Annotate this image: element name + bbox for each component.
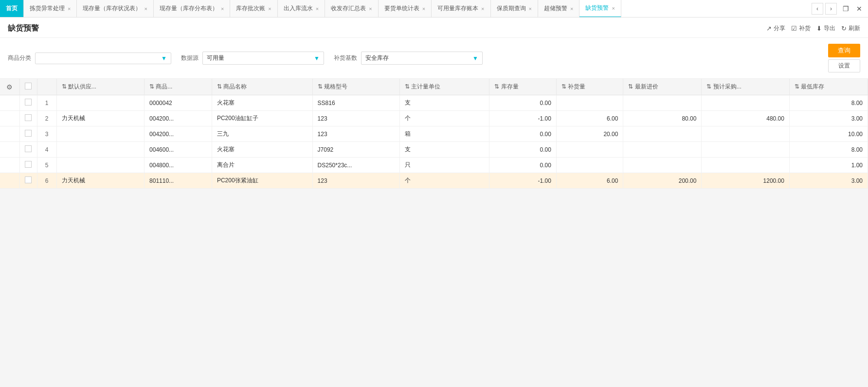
row-checkbox[interactable] xyxy=(25,114,32,121)
col-unit-header[interactable]: ⇅ 主计量单位 xyxy=(399,79,489,95)
col-est-purchase-header[interactable]: ⇅ 预计采购... xyxy=(702,79,790,95)
datasource-select-value: 可用量 xyxy=(207,54,224,62)
tab-close-inventory-status[interactable]: × xyxy=(144,6,147,12)
tab-overstock-warning[interactable]: 超储预警× xyxy=(538,0,579,18)
tab-expiry-query[interactable]: 保质期查询× xyxy=(491,0,538,18)
window-restore-btn[interactable]: ❐ xyxy=(840,3,851,15)
tab-close-available-ledger[interactable]: × xyxy=(481,6,484,12)
row-spec: 123 xyxy=(312,111,399,126)
tab-close-inventory-dist[interactable]: × xyxy=(221,6,224,12)
col-price-header[interactable]: ⇅ 最新进价 xyxy=(623,79,702,95)
row-min-stock: 3.00 xyxy=(789,111,868,126)
tab-close-batch-account[interactable]: × xyxy=(268,6,271,12)
col-settings[interactable]: ⚙ xyxy=(0,79,19,95)
tab-batch-account[interactable]: 库存批次账× xyxy=(230,0,277,18)
row-product-code: 004200... xyxy=(145,111,212,126)
col-code-header[interactable]: ⇅ 商品... xyxy=(145,79,212,95)
tab-abnormal[interactable]: 拣货异常处理× xyxy=(24,0,77,18)
replenish-label: 补货 xyxy=(799,24,811,33)
table-row: 2力天机械004200...PC200油缸缸子123个-1.006.0080.0… xyxy=(0,111,868,126)
tab-label-inventory-status: 现存量（库存状况表） xyxy=(83,4,141,13)
tab-available-ledger[interactable]: 可用量库存账本× xyxy=(432,0,490,18)
tab-scroll-right[interactable]: › xyxy=(825,3,837,15)
tab-label-collect-summary: 收发存汇总表 xyxy=(331,4,366,13)
tab-bar: 首页拣货异常处理×现存量（库存状况表）×现存量（库存分布表）×库存批次账×出入库… xyxy=(0,0,868,18)
col-checkbox-header[interactable] xyxy=(19,79,37,95)
category-label: 商品分类 xyxy=(8,54,31,62)
row-index: 3 xyxy=(37,126,56,142)
tab-inventory-status[interactable]: 现存量（库存状况表）× xyxy=(77,0,153,18)
tab-label-inout-flow: 出入库流水 xyxy=(284,4,313,13)
col-stock-header[interactable]: ⇅ 库存量 xyxy=(489,79,557,95)
col-supplier-header[interactable]: ⇅ 默认供应... xyxy=(56,79,145,95)
tab-home[interactable]: 首页 xyxy=(0,0,24,18)
row-product-code: 004600... xyxy=(145,142,212,158)
row-replenish-qty xyxy=(556,95,623,111)
tab-close-expiry-query[interactable]: × xyxy=(529,6,532,12)
export-label: 导出 xyxy=(824,24,835,33)
page-title: 缺货预警 xyxy=(8,23,39,34)
row-latest-price xyxy=(623,95,702,111)
tab-inventory-dist[interactable]: 现存量（库存分布表）× xyxy=(154,0,230,18)
col-price-label: ⇅ 最新进价 xyxy=(628,83,658,90)
window-close-btn[interactable]: ✕ xyxy=(853,3,865,15)
table-header-row: ⚙ ⇅ 默认供应... ⇅ 商品... ⇅ 商品名称 xyxy=(0,79,868,95)
share-label: 分享 xyxy=(774,24,785,33)
row-checkbox[interactable] xyxy=(25,145,32,152)
replenish-base-select[interactable]: 安全库存 ▼ xyxy=(361,52,483,65)
row-stock-qty: 0.00 xyxy=(489,126,557,142)
col-name-header[interactable]: ⇅ 商品名称 xyxy=(212,79,312,95)
replenish-button[interactable]: ☑ 补货 xyxy=(791,24,811,33)
row-checkbox[interactable] xyxy=(25,161,32,168)
tab-label-demand-stat: 要货单统计表 xyxy=(384,4,419,13)
settings-button[interactable]: 设置 xyxy=(828,59,860,72)
tab-nav-buttons: ‹ › ❐ ✕ xyxy=(809,3,868,15)
row-unit: 箱 xyxy=(399,126,489,142)
datasource-arrow-icon: ▼ xyxy=(314,55,320,62)
replenish-icon: ☑ xyxy=(791,25,797,32)
tab-scroll-left[interactable]: ‹ xyxy=(812,3,823,15)
row-settings-cell xyxy=(0,142,19,158)
col-spec-header[interactable]: ⇅ 规格型号 xyxy=(312,79,399,95)
export-button[interactable]: ⬇ 导出 xyxy=(816,24,835,33)
row-spec: 123 xyxy=(312,173,399,189)
tab-close-demand-stat[interactable]: × xyxy=(422,6,425,12)
row-product-code: 801110... xyxy=(145,173,212,189)
tab-close-inout-flow[interactable]: × xyxy=(316,6,319,12)
row-checkbox[interactable] xyxy=(25,176,32,183)
header-actions: ↗ 分享 ☑ 补货 ⬇ 导出 ↻ 刷新 xyxy=(766,24,860,33)
tab-close-overstock-warning[interactable]: × xyxy=(570,6,573,12)
query-button[interactable]: 查询 xyxy=(828,44,860,57)
row-index: 4 xyxy=(37,142,56,158)
row-unit: 支 xyxy=(399,95,489,111)
tab-demand-stat[interactable]: 要货单统计表× xyxy=(379,0,432,18)
datasource-select[interactable]: 可用量 ▼ xyxy=(202,52,324,65)
tab-close-abnormal[interactable]: × xyxy=(68,6,71,12)
tab-label-batch-account: 库存批次账 xyxy=(236,4,265,13)
row-latest-price xyxy=(623,142,702,158)
tab-close-collect-summary[interactable]: × xyxy=(369,6,372,12)
tab-shortage-warning[interactable]: 缺货预警× xyxy=(579,0,621,18)
replenish-base-label: 补货基数 xyxy=(334,54,357,62)
tab-inout-flow[interactable]: 出入库流水× xyxy=(278,0,325,18)
row-stock-qty: -1.00 xyxy=(489,173,557,189)
col-est-purchase-label: ⇅ 预计采购... xyxy=(706,83,741,90)
tab-collect-summary[interactable]: 收发存汇总表× xyxy=(325,0,378,18)
category-select[interactable]: ▼ xyxy=(35,53,171,64)
row-stock-qty: -1.00 xyxy=(489,111,557,126)
gear-icon[interactable]: ⚙ xyxy=(6,83,13,91)
tab-close-shortage-warning[interactable]: × xyxy=(612,5,615,11)
row-settings-cell xyxy=(0,126,19,142)
row-checkbox[interactable] xyxy=(25,99,32,106)
row-spec: SS816 xyxy=(312,95,399,111)
row-checkbox[interactable] xyxy=(25,130,32,137)
row-supplier xyxy=(56,95,145,111)
share-icon: ↗ xyxy=(766,25,772,32)
page-header: 缺货预警 ↗ 分享 ☑ 补货 ⬇ 导出 ↻ 刷新 xyxy=(0,18,868,38)
table-row: 3004200...三九123箱0.0020.0010.00 xyxy=(0,126,868,142)
select-all-checkbox[interactable] xyxy=(25,83,32,89)
refresh-button[interactable]: ↻ 刷新 xyxy=(841,24,860,33)
col-min-stock-header[interactable]: ⇅ 最低库存 xyxy=(789,79,868,95)
share-button[interactable]: ↗ 分享 xyxy=(766,24,785,33)
col-replenish-header[interactable]: ⇅ 补货量 xyxy=(556,79,623,95)
